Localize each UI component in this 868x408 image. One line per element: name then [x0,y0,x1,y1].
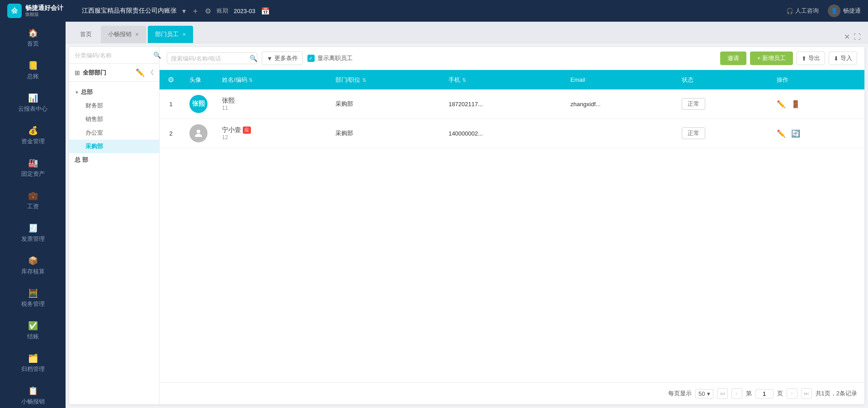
sidebar-label-home: 首页 [27,40,39,48]
add-employee-button[interactable]: + 新增员工 [750,52,793,65]
table-header-dept[interactable]: 部门/职位 ⇅ [328,70,442,89]
import-button[interactable]: ⬇ 导入 [829,52,857,65]
add-company-button[interactable]: ＋ [191,5,199,16]
row1-logout-icon[interactable]: 🚪 [791,100,800,108]
row1-name-cell: 张熙 11 [215,89,328,119]
row1-email: zhangxidf... [571,101,601,108]
table-header-actions: 操作 [769,70,864,89]
show-resigned-label: 显示离职员工 [317,54,353,62]
user-area[interactable]: 👤 畅捷通 [828,5,861,17]
dept-search-area: 🔍 [69,47,159,64]
per-page-label: 每页显示 [668,389,692,398]
row2-edit-icon[interactable]: ✏️ [777,129,786,138]
dept-node-caiwu[interactable]: 财务部 [69,99,159,113]
table-settings-icon[interactable]: ⚙ [168,76,174,84]
per-page-select[interactable]: 50 ▾ [695,389,713,399]
employee-search-input[interactable] [171,55,247,62]
app-subtitle: 旗舰版 [25,11,63,18]
row2-avatar-cell [182,119,215,148]
phone-sort-icon: ⇅ [462,77,466,83]
row1-email-cell: zhangxidf... [563,89,675,119]
dept-all-label[interactable]: 全部部门 [83,69,106,77]
service-label: 人工咨询 [795,7,819,15]
company-dropdown-icon[interactable]: ▾ [182,7,186,15]
table-header-settings[interactable]: ⚙ [160,70,182,89]
invite-button[interactable]: 邀请 [720,52,746,65]
dept-node-bangong[interactable]: 办公室 [69,126,159,140]
dept-node-xiaoshou[interactable]: 销售部 [69,113,159,126]
row2-action-icons: ✏️ 🔄 [777,129,857,138]
export-button[interactable]: ⬆ 导出 [797,52,825,65]
row2-name: 宁小壹 [222,126,241,134]
employee-search-box: 🔍 [167,52,257,64]
name-sort-icon: ⇅ [249,77,253,83]
sidebar-item-inventory[interactable]: 📦 库存核算 [0,249,66,282]
maximize-window-button[interactable]: ⛶ [854,33,861,41]
sidebar-label-assets: 固定资产 [21,170,45,178]
tab-expense-label: 小畅报销 [108,30,132,38]
invoice-icon: 🧾 [28,223,38,233]
row1-edit-icon[interactable]: ✏️ [777,100,786,108]
assets-icon: 🏭 [28,158,38,168]
sidebar-item-reports[interactable]: 📊 云报表中心 [0,87,66,119]
sidebar-label-archive: 归档管理 [21,365,45,373]
service-button[interactable]: 🎧 人工咨询 [786,7,819,15]
per-page-dropdown-icon: ▾ [707,390,710,397]
table-header-name[interactable]: 姓名/编码 ⇅ [215,70,328,89]
dept-collapse-icon[interactable]: 《 [147,69,154,77]
tab-department[interactable]: 部门员工 × [148,26,193,43]
page-next-button[interactable]: › [787,388,797,399]
page-last-button[interactable]: ⏭ [801,388,812,399]
dept-sort-icon: ⇅ [362,77,366,83]
row2-phone-cell: 140000002... [441,119,563,148]
settings-gear-icon[interactable]: ⚙ [205,7,211,15]
page-first-button[interactable]: ⏮ [717,388,728,399]
row1-avatar-cell: 张熙 [182,89,215,119]
row2-index: 2 [160,119,182,148]
sidebar-item-home[interactable]: 🏠 首页 [0,22,66,54]
tab-department-close[interactable]: × [182,31,186,38]
sidebar-label-inventory: 库存核算 [21,267,45,276]
row2-refresh-icon[interactable]: 🔄 [791,129,800,138]
dept-edit-icon[interactable]: ✏️ [136,68,145,77]
table-header-phone[interactable]: 手机 ⇅ [441,70,563,89]
employee-toolbar: 🔍 ▼ 更多条件 ✓ 显示离职员工 邀请 [160,47,864,70]
invite-label: 邀请 [727,55,739,61]
sidebar-item-checkout[interactable]: ✅ 结账 [0,314,66,347]
table-header-avatar: 头像 [182,70,215,89]
row2-name-cell: 宁小壹 应 12 [215,119,328,148]
ledger-icon: 📒 [28,61,38,70]
sidebar-item-expense[interactable]: 📋 小畅报销 [0,380,66,408]
calendar-icon[interactable]: 📅 [261,7,270,15]
row1-dept-cell: 采购部 [328,89,442,119]
page-prev-button[interactable]: ‹ [731,388,742,399]
employee-search-icon[interactable]: 🔍 [250,55,257,62]
row2-status-cell: 正常 [675,119,769,148]
close-window-button[interactable]: ✕ [844,33,850,41]
content-area: 首页 小畅报销 × 部门员工 × ✕ ⛶ 🔍 [66,22,868,408]
row2-index-value: 2 [169,130,172,137]
tab-expense-close[interactable]: × [135,31,139,38]
row1-avatar: 张熙 [189,95,208,113]
tab-expense[interactable]: 小畅报销 × [101,26,146,43]
dept-search-input[interactable] [75,52,151,59]
sidebar-item-ledger[interactable]: 📒 总账 [0,54,66,87]
page-input[interactable] [755,389,774,399]
sidebar-item-funds[interactable]: 💰 资金管理 [0,119,66,152]
tab-home[interactable]: 首页 [73,26,99,43]
sidebar-item-invoice[interactable]: 🧾 发票管理 [0,217,66,249]
home-icon: 🏠 [28,28,38,38]
more-filter-button[interactable]: ▼ 更多条件 [262,52,303,65]
sidebar-item-archive[interactable]: 🗂️ 归档管理 [0,347,66,380]
show-resigned-checkbox[interactable]: ✓ 显示离职员工 [307,54,353,62]
sidebar-item-assets[interactable]: 🏭 固定资产 [0,152,66,184]
dept-node-zongbu2-parent[interactable]: 总 部 [69,153,159,167]
dept-node-zongbu-parent[interactable]: ▼ 总部 [69,85,159,99]
salary-icon: 💼 [28,191,38,201]
row1-actions-cell: ✏️ 🚪 [769,89,864,119]
dept-node-caigou[interactable]: 采购部 [69,140,159,153]
sidebar-item-salary[interactable]: 💼 工资 [0,184,66,217]
sidebar-item-tax[interactable]: 🧮 税务管理 [0,282,66,314]
row1-code: 11 [222,105,321,111]
row2-actions-cell: ✏️ 🔄 [769,119,864,148]
